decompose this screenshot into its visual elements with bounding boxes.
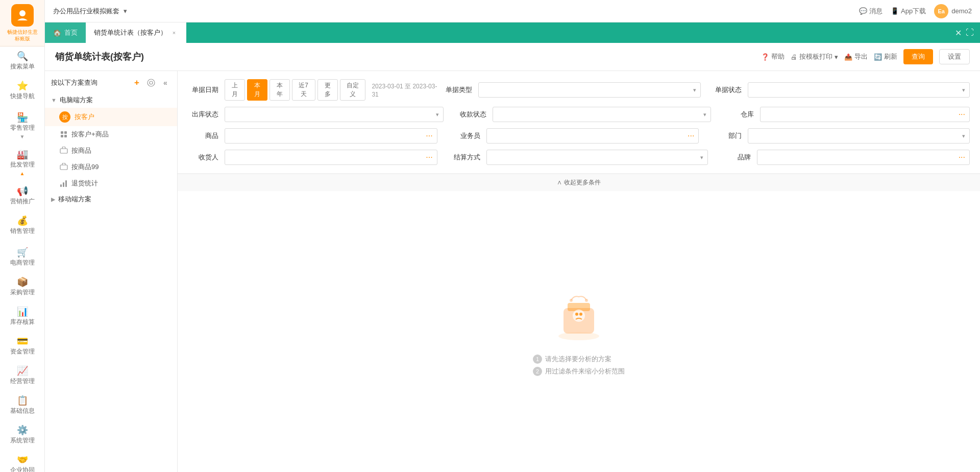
collapse-bar[interactable]: ∧ 收起更多条件 — [178, 174, 980, 191]
sidebar-item-marketing[interactable]: 📢 营销推广 — [0, 181, 44, 211]
date-btn-more[interactable]: 更多 — [317, 79, 338, 101]
tree-item-return-stats[interactable]: 退货统计 — [45, 175, 177, 192]
sidebar-item-inventory[interactable]: 📊 库存核算 — [0, 302, 44, 332]
consignee-ellipsis[interactable]: ··· — [426, 153, 432, 162]
salesperson-ellipsis[interactable]: ··· — [688, 131, 694, 140]
sidebar-item-operations[interactable]: 📈 经营管理 — [0, 361, 44, 391]
tab-sales-report[interactable]: 销货单统计表（按客户） × — [86, 22, 186, 43]
warehouse-ellipsis[interactable]: ··· — [959, 110, 965, 119]
query-btn[interactable]: 查询 — [903, 49, 933, 64]
sidebar-item-enterprise[interactable]: 🤝 企业协同 — [0, 450, 44, 472]
sidebar-item-purchase-label: 采购管理 — [10, 288, 35, 297]
brand-input[interactable]: ··· — [757, 150, 970, 165]
date-btn-last-month[interactable]: 上月 — [225, 79, 245, 101]
sidebar-item-search[interactable]: 🔍 搜索菜单 — [0, 46, 44, 76]
department-label: 部门 — [711, 131, 742, 140]
main-area: 办公用品行业模拟账套 ▾ 💬 消息 📱 App下载 Ea demo2 — [45, 0, 980, 472]
sidebar-item-retail[interactable]: 🏪 零售管理 ▼ — [0, 108, 44, 145]
department-arrow: ▾ — [962, 133, 965, 139]
edit-scheme-btn[interactable] — [145, 77, 157, 88]
svg-rect-6 — [64, 135, 67, 137]
left-panel-actions: + « — [131, 77, 171, 88]
collapse-panel-btn[interactable]: « — [160, 77, 171, 88]
date-btn-custom[interactable]: 自定义 — [340, 79, 366, 101]
empty-tip-2-text: 用过滤条件来缩小分析范围 — [545, 367, 625, 376]
tree-item-by-customer-goods-label: 按客户+商品 — [71, 130, 109, 139]
order-status-select[interactable]: ▾ — [748, 82, 970, 98]
refresh-btn[interactable]: 🔄 刷新 — [874, 52, 897, 61]
print-btn[interactable]: 🖨 按模板打印 ▾ — [791, 52, 838, 61]
wholesale-expand-icon: ▲ — [20, 171, 25, 176]
sidebar-item-basic[interactable]: 📋 基础信息 — [0, 391, 44, 420]
goods-ellipsis[interactable]: ··· — [426, 131, 432, 140]
date-btn-this-month[interactable]: 本月 — [247, 79, 267, 101]
refresh-label: 刷新 — [884, 52, 897, 61]
goods-input[interactable]: ··· — [225, 128, 437, 144]
tab-close-btn[interactable]: × — [170, 29, 178, 37]
department-select[interactable]: ▾ — [748, 128, 970, 144]
restore-icon: ⛶ — [966, 28, 974, 37]
dropdown-arrow-icon: ▾ — [124, 7, 127, 15]
consignee-input[interactable]: ··· — [225, 150, 437, 165]
date-btn-this-year[interactable]: 本年 — [270, 79, 290, 101]
message-btn[interactable]: 💬 消息 — [859, 7, 883, 16]
sidebar-item-sales[interactable]: 💰 销售管理 — [0, 211, 44, 241]
receipt-status-select[interactable]: ▾ — [493, 107, 712, 122]
tree-arrow-desktop: ▼ — [51, 97, 57, 103]
tree-item-by-goods[interactable]: 按商品 — [45, 143, 177, 159]
tree-group-desktop-header[interactable]: ▼ 电脑端方案 — [45, 92, 177, 108]
add-scheme-btn[interactable]: + — [131, 77, 142, 88]
svg-rect-7 — [60, 149, 67, 153]
sidebar-item-basic-label: 基础信息 — [10, 407, 35, 415]
sidebar-item-marketing-label: 营销推广 — [10, 197, 35, 206]
tree-arrow-mobile: ▶ — [51, 196, 55, 203]
user-name: demo2 — [951, 7, 972, 15]
tree-item-return-stats-label: 退货统计 — [71, 179, 98, 188]
tab-close-all-btn[interactable]: ✕ — [955, 28, 962, 38]
sidebar-item-finance[interactable]: 💳 资金管理 — [0, 332, 44, 361]
left-panel-title: 按以下方案查询 — [51, 78, 97, 87]
sidebar: 畅捷信好生意 标账版 🔍 搜索菜单 ⭐ 快捷导航 🏪 零售管理 ▼ 🏭 批发管理… — [0, 0, 45, 472]
order-type-arrow: ▾ — [693, 87, 696, 93]
user-profile[interactable]: Ea demo2 — [934, 4, 972, 18]
sidebar-item-quicknav[interactable]: ⭐ 快捷导航 — [0, 76, 44, 106]
tab-bar: 🏠 首页 销货单统计表（按客户） × ✕ ⛶ — [45, 22, 980, 43]
inventory-icon: 📊 — [17, 307, 28, 316]
left-panel: 按以下方案查询 + « ▼ 电脑端方案 按 — [45, 71, 178, 472]
right-panel: 单据日期 上月 本月 本年 近7天 更多 自定义 2023-03-01 至 20… — [178, 71, 980, 472]
sidebar-item-system[interactable]: ⚙️ 系统管理 — [0, 420, 44, 450]
settlement-select[interactable]: ▾ — [486, 150, 708, 165]
goods-icon — [59, 146, 68, 155]
tree-item-by-customer[interactable]: 按 按客户 — [45, 108, 177, 126]
date-btn-7days[interactable]: 近7天 — [292, 79, 315, 101]
tip-num-1: 1 — [533, 355, 542, 364]
salesperson-input[interactable]: ··· — [486, 128, 699, 144]
filter-row-1: 单据日期 上月 本月 本年 近7天 更多 自定义 2023-03-01 至 20… — [188, 79, 970, 101]
sidebar-item-retail-label: 零售管理 — [10, 124, 35, 132]
sidebar-item-ecommerce[interactable]: 🛒 电商管理 — [0, 243, 44, 272]
out-status-select[interactable]: ▾ — [225, 107, 444, 122]
order-type-select[interactable]: ▾ — [478, 82, 700, 98]
sidebar-item-purchase[interactable]: 📦 采购管理 — [0, 272, 44, 302]
warehouse-input[interactable]: ··· — [760, 107, 970, 122]
customer-goods-icon — [59, 130, 68, 139]
collapse-bar-label: ∧ 收起更多条件 — [557, 178, 600, 187]
brand-ellipsis[interactable]: ··· — [959, 153, 965, 162]
app-download-btn[interactable]: 📱 App下载 — [891, 7, 926, 16]
tree-item-by-goods-99[interactable]: 按商品99 — [45, 159, 177, 175]
sidebar-item-wholesale[interactable]: 🏭 批发管理 ▲ — [0, 145, 44, 181]
tab-home[interactable]: 🏠 首页 — [45, 22, 86, 43]
top-header: 办公用品行业模拟账套 ▾ 💬 消息 📱 App下载 Ea demo2 — [45, 0, 980, 22]
settings-btn[interactable]: 设置 — [939, 49, 970, 64]
breadcrumb-text: 办公用品行业模拟账套 — [53, 7, 119, 16]
tab-restore-btn[interactable]: ⛶ — [966, 28, 974, 37]
app-download-label: App下载 — [901, 7, 926, 16]
tree-item-by-customer-goods[interactable]: 按客户+商品 — [45, 126, 177, 143]
help-btn[interactable]: ❓ 帮助 — [761, 52, 785, 61]
operations-icon: 📈 — [17, 366, 28, 375]
page-header: 销货单统计表(按客户) ❓ 帮助 🖨 按模板打印 ▾ 📤 导出 🔄 刷新 — [45, 43, 980, 70]
tree-group-mobile-header[interactable]: ▶ 移动端方案 — [45, 192, 177, 207]
breadcrumb-dropdown-btn[interactable]: ▾ — [124, 7, 127, 15]
sidebar-item-ecommerce-label: 电商管理 — [10, 258, 35, 267]
export-btn[interactable]: 📤 导出 — [844, 52, 868, 61]
